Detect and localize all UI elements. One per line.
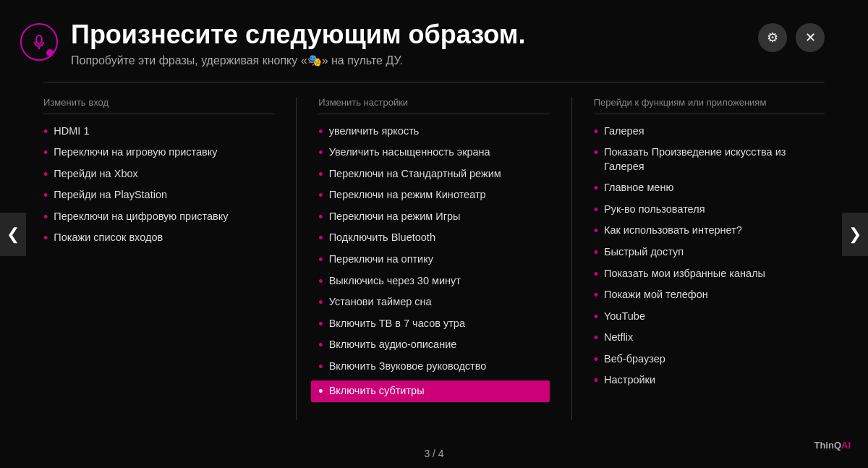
- bullet: •: [43, 189, 48, 202]
- list-item: •Перейди на Xbox: [43, 167, 274, 182]
- settings-icon: ⚙: [767, 30, 778, 46]
- list-item-youtube: •YouTube: [594, 310, 825, 324]
- bullet: •: [318, 231, 323, 244]
- list-item: •Быстрый доступ: [594, 245, 825, 260]
- left-arrow-icon: ❮: [7, 225, 20, 244]
- list-item: •Главное меню: [594, 181, 825, 195]
- thinq-logo: ThinQAI: [814, 440, 851, 451]
- right-arrow-icon: ❯: [848, 225, 861, 244]
- column-settings-header: Изменить настройки: [318, 97, 549, 114]
- bullet: •: [43, 210, 48, 224]
- list-item: •Увеличить насыщенность экрана: [318, 145, 549, 160]
- bullet: •: [594, 224, 598, 237]
- list-item: •Показать Произведение искусства из Гале…: [594, 145, 825, 174]
- bullet: •: [318, 125, 323, 138]
- list-item: •Настройки: [594, 373, 825, 388]
- header-title: Произнесите следующим образом.: [71, 20, 745, 49]
- header-actions: ⚙ ✕: [758, 23, 825, 52]
- bullet: •: [43, 146, 48, 159]
- bullet: •: [43, 231, 48, 244]
- bullet: •: [594, 268, 598, 281]
- list-item: •Переключи на цифровую приставку: [43, 210, 274, 224]
- bullet: •: [594, 310, 598, 323]
- bullet: •: [318, 339, 323, 352]
- list-item: •Покажи мой телефон: [594, 288, 825, 302]
- bullet: •: [318, 385, 323, 398]
- bullet: •: [318, 275, 323, 288]
- bullet: •: [594, 182, 598, 195]
- bullet: •: [318, 318, 323, 331]
- list-item: •Переключи на Стандартный режим: [318, 167, 549, 182]
- close-icon: ✕: [805, 30, 816, 46]
- column-apps-header: Перейди к функциям или приложениям: [594, 97, 825, 114]
- list-item: •Netflix: [594, 331, 825, 345]
- bullet: •: [318, 253, 323, 266]
- list-item: •Переключи на оптику: [318, 252, 549, 267]
- column-apps: Перейди к функциям или приложениям •Гале…: [572, 97, 825, 420]
- bullet: •: [594, 353, 598, 366]
- list-item: •Перейди на PlayStation: [43, 188, 274, 203]
- bullet: •: [318, 296, 323, 309]
- list-item: •Установи таймер сна: [318, 295, 549, 310]
- list-item: •Подключить Bluetooth: [318, 231, 549, 245]
- bullet: •: [43, 125, 48, 138]
- list-item: •Покажи список входов: [43, 231, 274, 245]
- bullet: •: [594, 374, 598, 387]
- list-item: •Включить Звуковое руководство: [318, 359, 549, 374]
- mic-dot: [46, 49, 54, 56]
- bullet: •: [318, 168, 323, 181]
- list-item: •Включить аудио-описание: [318, 338, 549, 352]
- settings-button[interactable]: ⚙: [758, 23, 787, 52]
- bullet: •: [594, 246, 598, 259]
- nav-arrow-left[interactable]: ❮: [0, 213, 26, 256]
- column-inputs-header: Изменить вход: [43, 97, 274, 114]
- mic-icon: [20, 23, 58, 61]
- list-item: •HDMI 1: [43, 124, 274, 139]
- list-item: •Галерея: [594, 124, 825, 139]
- list-item: •Переключи на режим Игры: [318, 210, 549, 224]
- close-button[interactable]: ✕: [796, 23, 825, 52]
- thinq-text: ThinQ: [814, 440, 841, 451]
- list-item: •Переключи на режим Кинотеатр: [318, 188, 549, 203]
- list-item: •увеличить яркость: [318, 124, 549, 139]
- list-item-highlighted[interactable]: •Включить субтитры: [311, 380, 549, 402]
- list-item: •Выключись через 30 минут: [318, 274, 549, 289]
- header: Произнесите следующим образом. Попробуйт…: [0, 0, 868, 82]
- bullet: •: [318, 146, 323, 159]
- list-item: •Переключи на игровую приставку: [43, 145, 274, 160]
- list-item: •Рук-во пользователя: [594, 203, 825, 217]
- bullet: •: [594, 331, 598, 344]
- list-item: •Веб-браузер: [594, 352, 825, 367]
- header-text: Произнесите следующим образом. Попробуйт…: [71, 20, 745, 67]
- bullet: •: [594, 203, 598, 216]
- bullet: •: [318, 189, 323, 202]
- bullet: •: [594, 289, 598, 302]
- main-content: Изменить вход •HDMI 1 •Переключи на игро…: [0, 82, 868, 427]
- header-subtitle: Попробуйте эти фразы, удерживая кнопку «…: [71, 54, 745, 67]
- page-indicator: 3 / 4: [424, 448, 443, 459]
- list-item: •Показать мои избранные каналы: [594, 267, 825, 281]
- bullet: •: [594, 146, 598, 159]
- column-settings: Изменить настройки •увеличить яркость •У…: [297, 97, 571, 420]
- bullet: •: [318, 360, 323, 373]
- bullet: •: [43, 168, 48, 181]
- nav-arrow-right[interactable]: ❯: [842, 213, 868, 256]
- list-item: •Включить ТВ в 7 часов утра: [318, 317, 549, 331]
- svg-point-0: [36, 35, 42, 44]
- column-inputs: Изменить вход •HDMI 1 •Переключи на игро…: [43, 97, 297, 420]
- bullet: •: [594, 125, 598, 138]
- footer: 3 / 4 ThinQAI: [0, 448, 868, 459]
- thinq-ai-text: AI: [841, 440, 851, 451]
- list-item: •Как использовать интернет?: [594, 224, 825, 238]
- bullet: •: [318, 210, 323, 224]
